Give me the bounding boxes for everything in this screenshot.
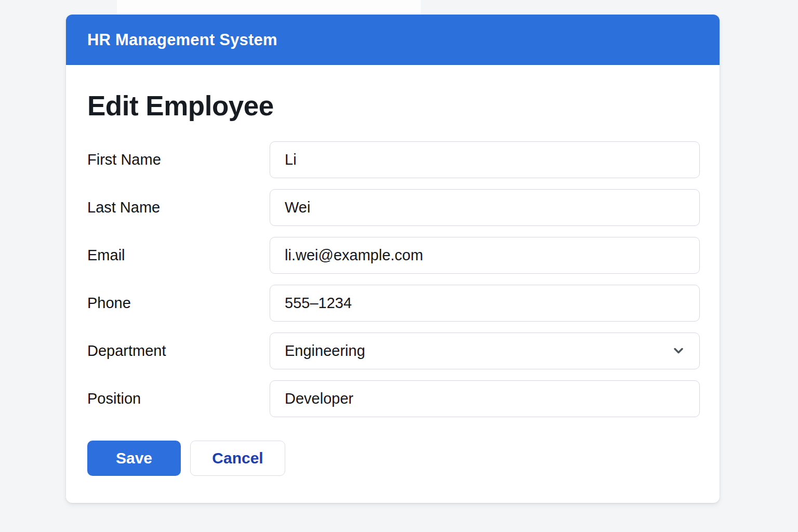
- form-row-position: Position: [87, 380, 700, 417]
- last-name-field[interactable]: [270, 189, 700, 226]
- app-header: HR Management System: [66, 15, 720, 65]
- position-field[interactable]: [270, 380, 700, 417]
- app-title: HR Management System: [87, 31, 277, 49]
- department-selected-value: Engineering: [285, 342, 365, 360]
- page-title: Edit Employee: [87, 91, 700, 121]
- email-label: Email: [87, 247, 270, 264]
- form-row-phone: Phone: [87, 285, 700, 322]
- form-actions: Save Cancel: [87, 441, 700, 476]
- first-name-label: First Name: [87, 151, 270, 168]
- last-name-label: Last Name: [87, 199, 270, 216]
- department-label: Department: [87, 342, 270, 360]
- cancel-button[interactable]: Cancel: [190, 441, 285, 476]
- hr-app-window: HR Management System Edit Employee First…: [66, 15, 720, 503]
- save-button[interactable]: Save: [87, 441, 181, 476]
- form-row-last-name: Last Name: [87, 189, 700, 226]
- position-label: Position: [87, 390, 270, 407]
- form-row-department: Department Engineering: [87, 332, 700, 369]
- email-field[interactable]: [270, 237, 700, 274]
- edit-employee-form: Edit Employee First Name Last Name Email…: [66, 65, 720, 476]
- top-strip: [117, 0, 421, 15]
- chevron-down-icon: [671, 343, 686, 358]
- phone-label: Phone: [87, 295, 270, 312]
- phone-field[interactable]: [270, 285, 700, 322]
- form-row-first-name: First Name: [87, 141, 700, 178]
- form-row-email: Email: [87, 237, 700, 274]
- department-select[interactable]: Engineering: [270, 332, 700, 369]
- first-name-field[interactable]: [270, 141, 700, 178]
